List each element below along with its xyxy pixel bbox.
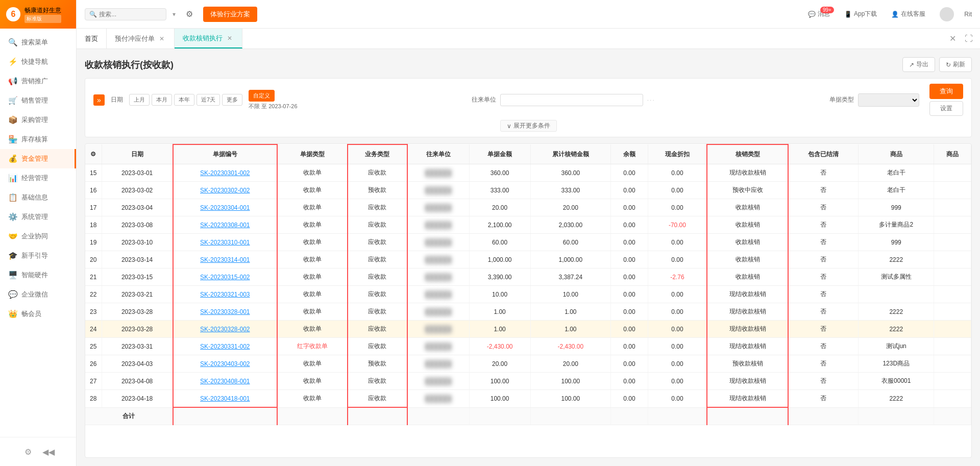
custom-date-btn[interactable]: 自定义 <box>249 90 275 102</box>
sidebar-item-marketing[interactable]: 📢营销推广 <box>0 71 76 91</box>
sidebar-item-hardware[interactable]: 🖥️智能硬件 <box>0 265 76 285</box>
cell-counterpart-5: ██████ <box>407 251 469 268</box>
cell-date-8: 2023-03-28 <box>102 303 173 321</box>
sidebar-item-sales[interactable]: 🛒销售管理 <box>0 91 76 110</box>
filter-expand-icon[interactable]: » <box>93 94 105 106</box>
date-btn-上月[interactable]: 上月 <box>129 94 150 106</box>
doc-link-13[interactable]: SK-20230418-001 <box>200 395 250 402</box>
search-chevron-icon[interactable]: ▾ <box>173 11 176 18</box>
app-download-button[interactable]: 📱 App下载 <box>844 10 877 18</box>
doc-link-3[interactable]: SK-20230308-001 <box>200 222 250 229</box>
filter-settings-button[interactable]: 设置 <box>929 101 963 116</box>
tab-receipt[interactable]: 收款核销执行✕ <box>175 29 242 48</box>
doc-link-2[interactable]: SK-20230304-001 <box>200 204 250 211</box>
cell-date-1: 2023-03-02 <box>102 182 173 199</box>
cell-date-2: 2023-03-04 <box>102 199 173 216</box>
gear-icon[interactable]: ⚙ <box>182 7 197 22</box>
sidebar-item-basic[interactable]: 📋基础信息 <box>0 188 76 207</box>
close-tab-icon[interactable]: ✕ <box>945 32 960 46</box>
settings-bottom-icon[interactable]: ⚙ <box>20 444 36 460</box>
tab-home[interactable]: 首页 <box>77 29 107 48</box>
message-badge: 99+ <box>820 7 834 13</box>
sidebar-label-finance: 资金管理 <box>21 154 48 163</box>
th-goods2: 商品 <box>934 144 971 164</box>
sidebar-item-guide[interactable]: 🎓新手引导 <box>0 246 76 265</box>
tab-payable[interactable]: 预付冲应付单✕ <box>107 29 175 48</box>
expand-tab-icon[interactable]: ⛶ <box>962 32 976 46</box>
date-range-display: 不限 至 2023-07-26 <box>249 103 297 110</box>
cell-discount-11: 0.00 <box>648 355 707 373</box>
tab-close-payable[interactable]: ✕ <box>158 35 166 43</box>
doc-type-select[interactable] <box>858 93 919 107</box>
sidebar-item-operation[interactable]: 📊经营管理 <box>0 168 76 188</box>
sidebar-item-purchase[interactable]: 📦采购管理 <box>0 110 76 130</box>
sidebar-item-corp[interactable]: 🤝企业协同 <box>0 227 76 246</box>
doc-link-8[interactable]: SK-20230328-001 <box>200 308 250 315</box>
cell-discount-8: 0.00 <box>648 303 707 321</box>
doc-type-label: 单据类型 <box>829 95 854 104</box>
cell-idx-0: 15 <box>85 164 102 182</box>
doc-link-0[interactable]: SK-20230301-002 <box>200 169 250 177</box>
sidebar-item-quick[interactable]: ⚡快捷导航 <box>0 52 76 71</box>
sidebar-label-inventory: 库存核算 <box>21 135 48 144</box>
more-options-icon[interactable]: ··· <box>647 96 655 104</box>
username: Rit <box>964 11 972 18</box>
doc-link-12[interactable]: SK-20230408-001 <box>200 378 250 385</box>
doc-link-5[interactable]: SK-20230314-001 <box>200 256 250 263</box>
sidebar-item-search[interactable]: 🔍搜索菜单 <box>0 33 76 52</box>
sidebar-label-member: 畅会员 <box>21 309 41 318</box>
cell-settled-10: 否 <box>788 338 858 355</box>
total-balance <box>611 407 648 425</box>
sidebar-icon-hardware: 🖥️ <box>8 271 17 280</box>
data-table-wrapper: ⚙ 日期 单据编号 单据类型 业务类型 往来单位 单据金额 累计核销金额 余额 … <box>85 143 972 458</box>
cell-discount-13: 0.00 <box>648 390 707 408</box>
app-name: 畅康道好生意 <box>24 6 61 15</box>
tabbar-actions: ✕ ⛶ <box>945 29 980 48</box>
sidebar-icon-basic: 📋 <box>8 193 17 202</box>
solution-button[interactable]: 体验行业方案 <box>203 7 257 22</box>
doc-link-10[interactable]: SK-20230331-002 <box>200 343 250 350</box>
cell-settled-9: 否 <box>788 321 858 338</box>
search-input[interactable] <box>99 11 150 18</box>
cell-counterpart-13: ██████ <box>407 390 469 408</box>
date-btn-本月[interactable]: 本月 <box>152 94 172 106</box>
search-box[interactable]: 🔍 <box>85 8 166 20</box>
cell-balance-0: 0.00 <box>611 164 648 182</box>
doc-link-6[interactable]: SK-20230315-002 <box>200 274 250 281</box>
message-icon: 💬 <box>808 11 816 18</box>
date-btn-更多[interactable]: 更多 <box>222 94 242 106</box>
doc-link-11[interactable]: SK-20230403-002 <box>200 360 250 367</box>
cell-canceltype-2: 收款核销 <box>707 199 788 216</box>
sidebar-item-system[interactable]: ⚙️系统管理 <box>0 207 76 227</box>
app-badge: 标准版 <box>24 15 61 23</box>
sidebar-item-inventory[interactable]: 🏪库存核算 <box>0 130 76 149</box>
collapse-icon[interactable]: ◀◀ <box>40 444 57 460</box>
cell-doctype-6: 收款单 <box>277 268 348 286</box>
doc-link-9[interactable]: SK-20230328-002 <box>200 326 250 333</box>
message-button[interactable]: 💬 消息 99+ <box>808 10 830 18</box>
avatar[interactable] <box>940 7 954 21</box>
cell-goods-1: 老白干 <box>859 182 934 199</box>
sidebar-label-system: 系统管理 <box>21 212 48 222</box>
cell-discount-2: 0.00 <box>648 199 707 216</box>
export-button[interactable]: ↗ 导出 <box>902 57 935 72</box>
total-settled <box>788 407 858 425</box>
th-biz-type: 业务类型 <box>348 144 407 164</box>
sidebar-item-finance[interactable]: 💰资金管理 <box>0 149 76 168</box>
expand-more-button[interactable]: ∨ 展开更多条件 <box>500 120 557 132</box>
cell-biztype-10: 应收款 <box>348 338 407 355</box>
query-button[interactable]: 查询 <box>929 84 963 99</box>
counterpart-input[interactable] <box>500 94 643 106</box>
cell-docno-10: SK-20230331-002 <box>173 338 277 355</box>
doc-link-4[interactable]: SK-20230310-001 <box>200 239 250 246</box>
online-service-button[interactable]: 👤 在线客服 <box>891 10 925 18</box>
tab-close-receipt[interactable]: ✕ <box>226 34 234 42</box>
cell-goods2-8 <box>934 303 971 321</box>
date-btn-本年[interactable]: 本年 <box>174 94 194 106</box>
doc-link-7[interactable]: SK-20230321-003 <box>200 291 250 298</box>
sidebar-item-member[interactable]: 👑畅会员 <box>0 304 76 324</box>
date-btn-近7天[interactable]: 近7天 <box>197 94 220 106</box>
sidebar-item-wechat[interactable]: 💬企业微信 <box>0 285 76 304</box>
refresh-button[interactable]: ↻ 刷新 <box>939 57 972 72</box>
doc-link-1[interactable]: SK-20230302-002 <box>200 187 250 194</box>
